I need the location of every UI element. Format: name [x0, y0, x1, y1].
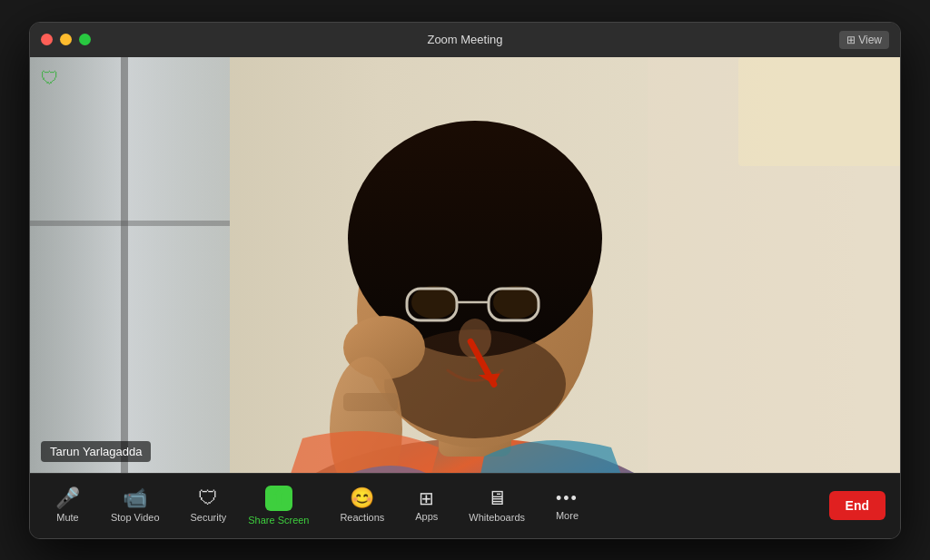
whiteboards-label: Whiteboards: [469, 512, 525, 523]
shield-badge: 🛡: [41, 68, 59, 89]
stop-video-button[interactable]: 📹 Stop Video ▲: [100, 474, 180, 538]
traffic-lights: [41, 34, 91, 45]
svg-rect-1: [30, 57, 230, 473]
mute-label: Mute: [56, 512, 78, 523]
svg-rect-5: [738, 57, 900, 166]
stop-video-label: Stop Video: [111, 512, 160, 523]
zoom-window: Zoom Meeting ⊞ View: [29, 22, 901, 539]
toolbar: 🎤 Mute ▲ 📹 Stop Video ▲ 🛡 Security ⬆ Sh: [30, 473, 900, 538]
share-screen-label: Share Screen: [248, 515, 309, 526]
mute-button[interactable]: 🎤 Mute ▲: [45, 474, 100, 538]
share-screen-button[interactable]: ⬆ Share Screen ▲: [237, 474, 329, 538]
svg-rect-3: [30, 221, 230, 226]
share-screen-icon: ⬆: [265, 486, 292, 511]
stop-video-icon: 📹: [123, 488, 147, 508]
reactions-icon: 😊: [350, 488, 374, 508]
reactions-label: Reactions: [340, 512, 384, 523]
apps-button[interactable]: ⊞ Apps ▲: [404, 474, 458, 538]
svg-rect-2: [121, 57, 128, 473]
svg-point-16: [459, 319, 491, 359]
security-button[interactable]: 🛡 Security: [179, 474, 237, 538]
security-icon: 🛡: [198, 488, 218, 508]
view-button[interactable]: ⊞ View: [839, 31, 889, 49]
end-button[interactable]: End: [829, 491, 885, 520]
video-area: 🛡 Tarun Yarlagadda: [30, 57, 900, 473]
security-label: Security: [190, 512, 226, 523]
more-icon: •••: [556, 490, 579, 506]
more-button[interactable]: ••• More: [545, 474, 589, 538]
apps-label: Apps: [415, 511, 438, 522]
more-label: More: [556, 510, 579, 521]
window-title: Zoom Meeting: [427, 33, 502, 46]
participant-name-badge: Tarun Yarlagadda: [41, 441, 151, 462]
reactions-button[interactable]: 😊 Reactions ▲: [329, 474, 404, 538]
close-button[interactable]: [41, 34, 53, 45]
whiteboards-button[interactable]: 🖥 Whiteboards ▲: [458, 474, 545, 538]
minimize-button[interactable]: [60, 34, 72, 45]
mute-icon: 🎤: [55, 488, 80, 508]
apps-icon: ⊞: [419, 489, 434, 507]
titlebar: Zoom Meeting ⊞ View: [30, 23, 900, 57]
maximize-button[interactable]: [79, 34, 91, 45]
whiteboards-icon: 🖥: [487, 488, 507, 508]
